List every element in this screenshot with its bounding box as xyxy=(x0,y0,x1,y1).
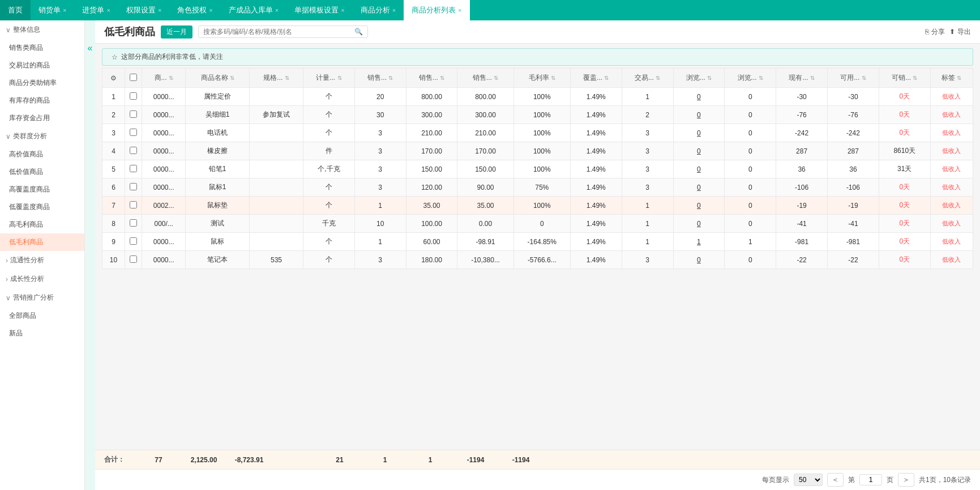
sidebar-collapse-btn[interactable]: « xyxy=(85,20,95,490)
view1-link-10[interactable]: 0 xyxy=(697,256,701,264)
nav-purchase-order[interactable]: 进货单× xyxy=(74,0,118,20)
sidebar-item-category-rate[interactable]: 商品分类助销率 xyxy=(0,74,84,92)
row-checkbox-8[interactable] xyxy=(130,219,137,227)
cell-view1-3[interactable]: 0 xyxy=(673,124,725,142)
share-button[interactable]: ⎘ 分享 xyxy=(925,27,945,37)
nav-permissions[interactable]: 权限设置× xyxy=(118,0,169,20)
settings-icon[interactable]: ⚙ xyxy=(110,74,117,82)
sidebar-item-high-coverage[interactable]: 高覆盖度商品 xyxy=(0,181,84,198)
cell-view1-9[interactable]: 1 xyxy=(673,233,725,251)
row-checkbox-10[interactable] xyxy=(130,255,137,263)
sidebar-item-low-value[interactable]: 低价值商品 xyxy=(0,163,84,181)
row-checkbox-1[interactable] xyxy=(130,92,137,100)
cell-check-6[interactable] xyxy=(125,178,142,197)
th-gross-margin[interactable]: 毛利率 ⇅ xyxy=(513,69,570,88)
close-icon[interactable]: × xyxy=(158,7,161,14)
cell-check-7[interactable] xyxy=(125,197,142,215)
view1-link-8[interactable]: 0 xyxy=(697,220,701,228)
search-input[interactable] xyxy=(203,28,352,36)
view1-link-5[interactable]: 0 xyxy=(697,165,701,173)
th-current[interactable]: 现有... ⇅ xyxy=(776,69,828,88)
sidebar-group-growth[interactable]: › 成长性分析 xyxy=(0,270,84,288)
sidebar-item-low-coverage[interactable]: 低覆盖度商品 xyxy=(0,198,84,216)
sidebar-item-low-margin[interactable]: 低毛利商品 xyxy=(0,233,84,251)
cell-check-4[interactable] xyxy=(125,142,142,160)
th-sales-qty[interactable]: 销售... ⇅ xyxy=(354,69,406,88)
th-unit[interactable]: 计量... ⇅ xyxy=(303,69,354,88)
nav-role-auth[interactable]: 角色授权× xyxy=(169,0,220,20)
th-view1[interactable]: 浏览... ⇅ xyxy=(673,69,725,88)
page-number-input[interactable] xyxy=(859,474,882,485)
nav-product-entry[interactable]: 产成品入库单× xyxy=(221,0,286,20)
search-box[interactable]: 🔍 xyxy=(198,25,368,38)
th-saleable[interactable]: 可销... ⇅ xyxy=(879,69,930,88)
cell-view1-2[interactable]: 0 xyxy=(673,106,725,124)
filter-recent-month-btn[interactable]: 近一月 xyxy=(161,25,192,39)
row-checkbox-4[interactable] xyxy=(130,147,137,154)
th-code[interactable]: 商... ⇅ xyxy=(142,69,186,88)
nav-template-settings[interactable]: 单据模板设置× xyxy=(286,0,352,20)
export-button[interactable]: ⬆ 导出 xyxy=(949,27,971,37)
view1-link-1[interactable]: 0 xyxy=(697,93,701,101)
sidebar-item-traded-goods[interactable]: 交易过的商品 xyxy=(0,57,84,74)
close-icon[interactable]: × xyxy=(106,7,110,14)
nav-product-analysis[interactable]: 商品分析× xyxy=(353,0,404,20)
nav-home[interactable]: 首页 xyxy=(0,0,31,20)
row-checkbox-6[interactable] xyxy=(130,183,137,190)
sidebar-item-inventory-capital[interactable]: 库存资金占用 xyxy=(0,109,84,127)
th-sales-profit[interactable]: 销售... ⇅ xyxy=(457,69,513,88)
prev-page-btn[interactable]: ＜ xyxy=(827,473,844,487)
cell-check-3[interactable] xyxy=(125,124,142,142)
th-available[interactable]: 可用... ⇅ xyxy=(827,69,879,88)
view1-link-4[interactable]: 0 xyxy=(697,147,701,155)
cell-view1-4[interactable]: 0 xyxy=(673,142,725,160)
close-icon[interactable]: × xyxy=(275,7,279,14)
sidebar-group-marketing[interactable]: ∨ 营销推广分析 xyxy=(0,288,84,307)
cell-check-9[interactable] xyxy=(125,233,142,251)
search-icon[interactable]: 🔍 xyxy=(354,28,363,36)
cell-check-2[interactable] xyxy=(125,106,142,124)
close-icon[interactable]: × xyxy=(63,7,66,14)
th-trade[interactable]: 交易... ⇅ xyxy=(622,69,673,88)
sidebar-item-all-goods[interactable]: 全部商品 xyxy=(0,307,84,325)
th-checkbox[interactable] xyxy=(125,69,142,88)
cell-view1-8[interactable]: 0 xyxy=(673,215,725,233)
sidebar-group-circulation[interactable]: › 流通性分析 xyxy=(0,251,84,270)
row-checkbox-5[interactable] xyxy=(130,165,137,172)
close-icon[interactable]: × xyxy=(341,7,344,14)
sidebar-item-high-margin[interactable]: 高毛利商品 xyxy=(0,216,84,233)
row-checkbox-7[interactable] xyxy=(130,201,137,208)
next-page-btn[interactable]: ＞ xyxy=(898,473,914,487)
sidebar-item-sales-goods[interactable]: 销售类商品 xyxy=(0,39,84,57)
view1-link-3[interactable]: 0 xyxy=(697,129,701,137)
nav-product-analysis-list[interactable]: 商品分析列表× xyxy=(404,0,469,20)
close-icon[interactable]: × xyxy=(458,7,461,14)
th-name[interactable]: 商品名称 ⇅ xyxy=(186,69,250,88)
th-tag[interactable]: 标签 ⇅ xyxy=(930,69,973,88)
row-checkbox-9[interactable] xyxy=(130,237,137,245)
per-page-select[interactable]: 50 100 200 xyxy=(794,474,823,486)
th-view2[interactable]: 浏览... ⇅ xyxy=(725,69,776,88)
view1-link-9[interactable]: 1 xyxy=(697,238,701,246)
close-icon[interactable]: × xyxy=(209,7,212,14)
sidebar-item-new-goods[interactable]: 新品 xyxy=(0,325,84,342)
nav-sales-order[interactable]: 销货单× xyxy=(31,0,74,20)
sidebar-item-high-value[interactable]: 高价值商品 xyxy=(0,146,84,163)
sidebar-group-cluster[interactable]: ∨ 类群度分析 xyxy=(0,127,84,146)
cell-check-8[interactable] xyxy=(125,215,142,233)
view1-link-6[interactable]: 0 xyxy=(697,184,701,191)
th-coverage[interactable]: 覆盖... ⇅ xyxy=(570,69,622,88)
cell-view1-6[interactable]: 0 xyxy=(673,178,725,197)
th-sales-price[interactable]: 销售... ⇅ xyxy=(406,69,457,88)
sidebar-item-inventory-goods[interactable]: 有库存的商品 xyxy=(0,92,84,109)
cell-view1-7[interactable]: 0 xyxy=(673,197,725,215)
close-icon[interactable]: × xyxy=(392,7,396,14)
cell-view1-5[interactable]: 0 xyxy=(673,160,725,178)
cell-check-10[interactable] xyxy=(125,251,142,269)
select-all-checkbox[interactable] xyxy=(130,74,137,81)
sidebar-group-overall[interactable]: ∨ 整体信息 xyxy=(0,20,84,39)
cell-check-5[interactable] xyxy=(125,160,142,178)
th-settings[interactable]: ⚙ xyxy=(102,69,125,88)
th-spec[interactable]: 规格... ⇅ xyxy=(250,69,303,88)
cell-check-1[interactable] xyxy=(125,88,142,106)
